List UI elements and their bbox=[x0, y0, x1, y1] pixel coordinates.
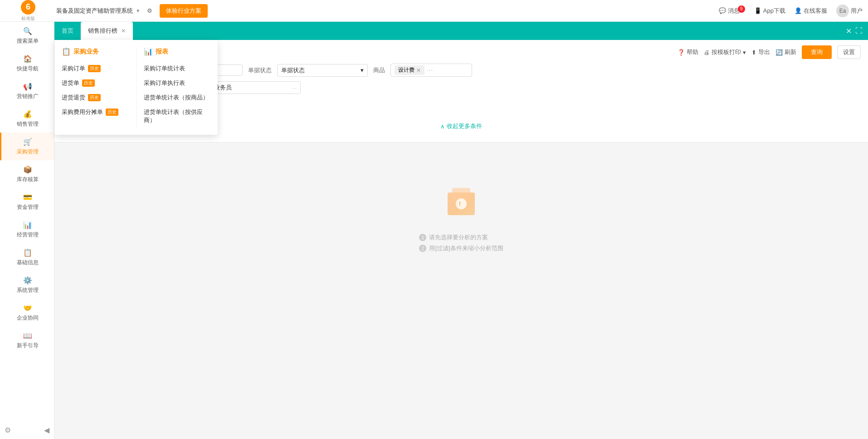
purchase-dropdown-menu: 📋 采购业务 采购订单 历史 进货单 历史 进货退货 历史 采购费用分摊单 历史… bbox=[54, 40, 218, 135]
sidebar-collapse-btn[interactable]: ◀ bbox=[44, 426, 49, 434]
sidebar-settings-btn[interactable]: ⚙ bbox=[5, 426, 11, 434]
salesman-select[interactable]: 业务员 ··· bbox=[210, 81, 301, 94]
sidebar-item-cooperation[interactable]: 🤝 企业协同 bbox=[0, 299, 54, 326]
sales-icon: 💰 bbox=[23, 109, 32, 118]
doc-status-label: 单据状态 bbox=[248, 66, 272, 74]
search-icon: 🔍 bbox=[23, 26, 32, 35]
empty-tips: 1 请先选择要分析的方案 2 用[过滤]条件来缩小分析范围 bbox=[419, 233, 503, 255]
dropdown-purchase-expense[interactable]: 采购费用分摊单 历史 bbox=[62, 105, 129, 119]
dropdown-purchase-order[interactable]: 采购订单 历史 bbox=[62, 61, 129, 76]
tab-fullscreen-action[interactable]: ⛶ bbox=[855, 27, 863, 35]
dropdown-purchase-return[interactable]: 进货退货 历史 bbox=[62, 90, 129, 105]
industry-btn[interactable]: 体验行业方案 bbox=[160, 4, 208, 18]
sidebar-label-basic: 基础信息 bbox=[17, 259, 39, 266]
tab-home-label: 首页 bbox=[62, 27, 73, 35]
collapse-up-icon: ∧ bbox=[440, 123, 445, 130]
tab-close-icon[interactable]: ✕ bbox=[121, 28, 126, 34]
sidebar-label-finance: 资金管理 bbox=[17, 203, 39, 211]
doc-status-select[interactable]: 单据状态 ▾ bbox=[277, 64, 368, 77]
tab-sales-rank-label: 销售排行榜 bbox=[88, 27, 117, 35]
export-icon: ⬆ bbox=[751, 49, 756, 56]
history-badge-3: 历史 bbox=[106, 109, 118, 116]
query-button[interactable]: 查询 bbox=[802, 45, 832, 59]
topbar: 6 标准版 装备及固定资产辅助管理系统 ▾ ⚙ 体验行业方案 💬 消息 9 📱 … bbox=[0, 0, 868, 22]
tab-close-action[interactable]: ✕ bbox=[846, 27, 852, 35]
settings-button[interactable]: 设置 bbox=[837, 45, 861, 59]
message-badge: 9 bbox=[738, 5, 745, 13]
tab-sales-rank[interactable]: 销售排行榜 ✕ bbox=[81, 22, 133, 40]
sidebar-item-quick-nav[interactable]: 🏠 快捷导航 bbox=[0, 49, 54, 77]
dropdown-report-icon: 📊 bbox=[144, 47, 153, 56]
history-badge-2: 历史 bbox=[88, 94, 101, 101]
online-service-btn[interactable]: 👤 在线客服 bbox=[795, 7, 827, 15]
basic-icon: 📋 bbox=[23, 248, 32, 257]
sidebar-item-guide[interactable]: 📖 新手引导 bbox=[0, 326, 54, 354]
sidebar-item-sales[interactable]: 💰 销售管理 bbox=[0, 105, 54, 133]
user-btn[interactable]: Ea 用户 bbox=[836, 5, 863, 17]
messages-btn[interactable]: 💬 消息 9 bbox=[719, 7, 745, 15]
sidebar-item-basic[interactable]: 📋 基础信息 bbox=[0, 243, 54, 271]
dropdown-report-goods-in-by-product[interactable]: 进货单统计表（按商品） bbox=[144, 90, 211, 105]
goods-label: 商品 bbox=[373, 66, 385, 74]
online-service-label: 在线客服 bbox=[804, 7, 827, 15]
home-icon: 🏠 bbox=[23, 54, 32, 63]
goods-tag: 设计费 ✕ bbox=[395, 65, 424, 75]
logo-icon: 6 bbox=[21, 0, 35, 15]
print-btn[interactable]: 🖨 按模板打印 ▾ bbox=[704, 48, 746, 56]
print-label: 按模板打印 bbox=[712, 48, 741, 56]
help-btn[interactable]: ❓ 帮助 bbox=[678, 48, 698, 56]
svg-point-2 bbox=[456, 198, 467, 209]
topbar-right: 💬 消息 9 📱 App下载 👤 在线客服 Ea 用户 bbox=[719, 5, 863, 17]
export-label: 导出 bbox=[758, 48, 770, 56]
collapse-label: 收起更多条件 bbox=[447, 122, 482, 130]
sidebar-label-inventory: 库存核算 bbox=[17, 176, 39, 183]
message-icon: 💬 bbox=[719, 7, 726, 14]
tab-bar-actions: ✕ ⛶ bbox=[842, 27, 868, 35]
sidebar-item-system[interactable]: ⚙️ 系统管理 bbox=[0, 271, 54, 299]
dropdown-purchase-icon: 📋 bbox=[62, 47, 71, 56]
collapse-btn[interactable]: ∧ 收起更多条件 bbox=[440, 118, 482, 134]
history-badge-1: 历史 bbox=[82, 79, 95, 87]
settings-icon[interactable]: ⚙ bbox=[147, 7, 152, 14]
system-dropdown-arrow[interactable]: ▾ bbox=[137, 7, 140, 14]
sidebar-item-search[interactable]: 🔍 搜索菜单 bbox=[0, 22, 54, 49]
tab-bar: 首页 销售排行榜 ✕ ✕ ⛶ bbox=[54, 22, 868, 40]
svg-text:!: ! bbox=[459, 200, 461, 207]
sidebar-label-search: 搜索菜单 bbox=[17, 37, 39, 45]
user-label: 用户 bbox=[851, 7, 863, 15]
toolbar-right: ❓ 帮助 🖨 按模板打印 ▾ ⬆ 导出 🔄 bbox=[678, 45, 861, 59]
goods-tag-close[interactable]: ✕ bbox=[416, 67, 421, 74]
tab-home[interactable]: 首页 bbox=[54, 22, 81, 40]
dropdown-report-order-stat[interactable]: 采购订单统计表 bbox=[144, 61, 211, 76]
dropdown-purchase-col: 📋 采购业务 采购订单 历史 进货单 历史 进货退货 历史 采购费用分摊单 历史 bbox=[62, 47, 129, 128]
doc-status-value: 单据状态 bbox=[281, 66, 305, 74]
empty-state: ! 1 请先选择要分析的方案 2 用[过滤]条件来缩小分析范围 bbox=[54, 143, 868, 291]
sidebar-item-marketing[interactable]: 📢 营销推广 bbox=[0, 77, 54, 105]
empty-illustration: ! bbox=[439, 179, 484, 224]
sidebar-item-purchase[interactable]: 🛒 采购管理 bbox=[0, 133, 54, 160]
app-download-btn[interactable]: 📱 App下载 bbox=[754, 7, 785, 15]
sidebar-label-system: 系统管理 bbox=[17, 286, 39, 294]
purchase-icon: 🛒 bbox=[23, 137, 32, 146]
dropdown-report-title: 📊 报表 bbox=[144, 47, 211, 56]
refresh-btn[interactable]: 🔄 刷新 bbox=[775, 48, 796, 56]
sidebar-label-cooperation: 企业协同 bbox=[17, 314, 39, 322]
sidebar-item-finance[interactable]: 💳 资金管理 bbox=[0, 188, 54, 216]
dropdown-report-order-exec[interactable]: 采购订单执行表 bbox=[144, 76, 211, 90]
goods-container: 设计费 ✕ ··· bbox=[390, 64, 472, 77]
goods-more[interactable]: ··· bbox=[426, 65, 433, 75]
operations-icon: 📊 bbox=[23, 220, 32, 229]
dropdown-purchase-title: 📋 采购业务 bbox=[62, 47, 129, 56]
system-icon: ⚙️ bbox=[23, 276, 32, 285]
logo: 6 标准版 bbox=[5, 0, 51, 22]
phone-icon: 📱 bbox=[754, 7, 761, 14]
export-btn[interactable]: ⬆ 导出 bbox=[751, 48, 770, 56]
history-badge-0: 历史 bbox=[88, 65, 101, 72]
dropdown-purchase-goods-in[interactable]: 进货单 历史 bbox=[62, 76, 129, 90]
sidebar-item-operations[interactable]: 📊 经营管理 bbox=[0, 216, 54, 243]
app-download-label: App下载 bbox=[763, 7, 785, 15]
dropdown-divider bbox=[136, 47, 137, 128]
system-name-container: 装备及固定资产辅助管理系统 ▾ ⚙ bbox=[56, 7, 152, 15]
dropdown-report-goods-in-by-supplier[interactable]: 进货单统计表（按供应商） bbox=[144, 105, 211, 128]
sidebar-item-inventory[interactable]: 📦 库存核算 bbox=[0, 160, 54, 188]
